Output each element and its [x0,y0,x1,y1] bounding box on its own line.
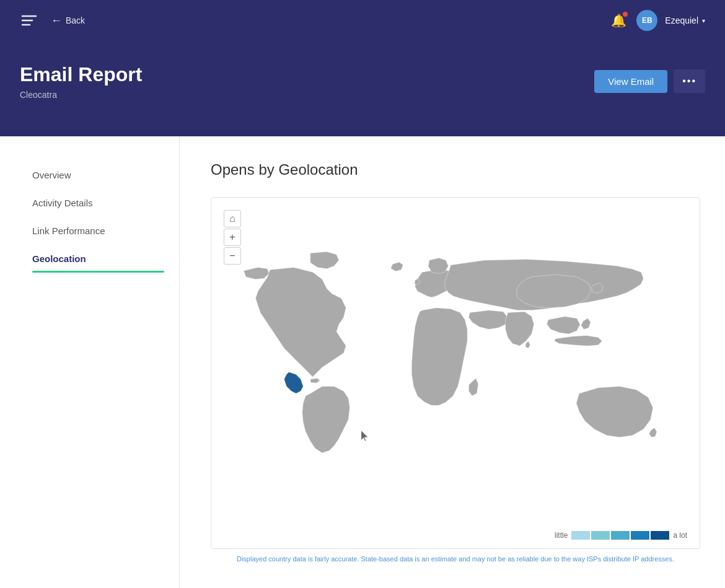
page-subtitle: Cleocatra [20,90,142,100]
legend-swatch-4 [631,531,649,540]
view-email-button[interactable]: View Email [594,70,667,93]
main-layout: Overview Activity Details Link Performan… [0,136,725,588]
header-right: 🔔 EB Ezequiel ▾ [609,10,705,31]
home-icon: ⌂ [229,214,235,224]
header-actions: View Email ••• [594,69,705,93]
sidebar-item-activity-details[interactable]: Activity Details [0,189,179,217]
back-button[interactable]: ← Back [51,14,85,27]
chevron-down-icon: ▾ [702,17,705,24]
sidebar: Overview Activity Details Link Performan… [0,136,180,588]
map-legend: little a lot [218,526,693,542]
map-zoom-in-button[interactable]: + [224,229,241,246]
world-map-svg [218,204,693,526]
legend-swatch-2 [591,531,610,540]
zoom-out-icon: − [229,251,235,261]
content-area: Opens by Geolocation ⌂ + − [180,136,725,588]
sidebar-item-geolocation[interactable]: Geolocation [0,245,179,273]
top-bar: ← Back 🔔 EB Ezequiel ▾ [20,0,705,41]
legend-swatch-5 [651,531,669,540]
avatar: EB [636,10,657,31]
map-disclaimer: Displayed country data is fairly accurat… [211,549,700,563]
user-name: Ezequiel [665,15,698,25]
notification-dot [623,12,628,17]
legend-bar [571,531,669,540]
title-group: Email Report Cleocatra [20,63,142,100]
map-container: ⌂ + − [211,197,700,549]
legend-swatch-1 [571,531,590,540]
user-menu-button[interactable]: Ezequiel ▾ [665,15,705,25]
zoom-in-icon: + [229,232,235,242]
map-zoom-out-button[interactable]: − [224,247,241,265]
map-home-button[interactable]: ⌂ [224,210,241,227]
back-label: Back [66,15,85,25]
header: ← Back 🔔 EB Ezequiel ▾ Email Report Cleo… [0,0,725,136]
more-options-button[interactable]: ••• [674,69,705,93]
section-title: Opens by Geolocation [211,161,700,178]
legend-lot-label: a lot [673,531,687,540]
map-controls: ⌂ + − [224,210,241,265]
legend-little-label: little [555,531,568,540]
world-map [218,204,693,526]
header-content: Email Report Cleocatra View Email ••• [20,41,705,136]
sidebar-item-overview[interactable]: Overview [0,161,179,189]
sidebar-item-link-performance[interactable]: Link Performance [0,217,179,245]
legend-swatch-3 [611,531,630,540]
back-arrow-icon: ← [51,14,62,27]
app-logo [20,11,38,30]
page-title: Email Report [20,63,142,86]
notification-button[interactable]: 🔔 [609,11,629,30]
